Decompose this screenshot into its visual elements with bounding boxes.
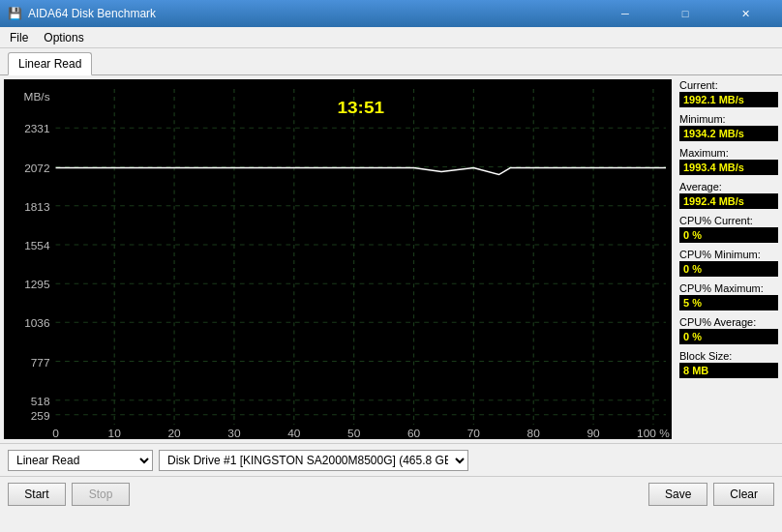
stat-block-size-value: 8 MB bbox=[679, 363, 778, 378]
stat-current: Current: 1992.1 MB/s bbox=[679, 79, 778, 107]
stat-minimum-label: Minimum: bbox=[679, 113, 778, 125]
action-buttons-bar: Start Stop Save Clear bbox=[0, 476, 782, 511]
svg-text:10: 10 bbox=[108, 429, 121, 439]
svg-text:60: 60 bbox=[407, 429, 420, 439]
minimize-button[interactable]: ─ bbox=[596, 4, 654, 23]
svg-text:MB/s: MB/s bbox=[24, 92, 51, 103]
svg-text:70: 70 bbox=[467, 429, 480, 439]
svg-rect-0 bbox=[4, 79, 672, 439]
stop-button[interactable]: Stop bbox=[72, 483, 130, 506]
stat-cpu-minimum-label: CPU% Minimum: bbox=[679, 249, 778, 260]
stat-cpu-minimum: CPU% Minimum: 0 % bbox=[679, 249, 778, 277]
stat-cpu-current-label: CPU% Current: bbox=[679, 215, 778, 226]
title-icon: 💾 bbox=[8, 7, 22, 20]
stat-cpu-current: CPU% Current: 0 % bbox=[679, 215, 778, 243]
stat-average-value: 1992.4 MB/s bbox=[679, 193, 778, 209]
stat-cpu-maximum-value: 5 % bbox=[679, 295, 778, 310]
svg-text:20: 20 bbox=[167, 429, 180, 439]
svg-text:90: 90 bbox=[586, 429, 599, 439]
btn-left-group: Start Stop bbox=[8, 483, 130, 506]
stat-cpu-average-label: CPU% Average: bbox=[679, 316, 778, 328]
stat-average: Average: 1992.4 MB/s bbox=[679, 181, 778, 209]
side-panel: Current: 1992.1 MB/s Minimum: 1934.2 MB/… bbox=[676, 75, 782, 443]
stat-current-value: 1992.1 MB/s bbox=[679, 92, 778, 107]
clear-button[interactable]: Clear bbox=[713, 483, 774, 506]
svg-text:2072: 2072 bbox=[24, 163, 49, 173]
stat-cpu-minimum-value: 0 % bbox=[679, 261, 778, 277]
svg-text:13:51: 13:51 bbox=[337, 100, 384, 117]
svg-text:1813: 1813 bbox=[24, 202, 49, 213]
save-button[interactable]: Save bbox=[648, 483, 707, 506]
stat-minimum-value: 1934.2 MB/s bbox=[679, 126, 778, 141]
stat-cpu-average-value: 0 % bbox=[679, 329, 778, 344]
title-bar: 💾 AIDA64 Disk Benchmark ─ □ ✕ bbox=[0, 0, 782, 27]
start-button[interactable]: Start bbox=[8, 483, 66, 506]
svg-text:259: 259 bbox=[31, 411, 50, 422]
stat-cpu-maximum: CPU% Maximum: 5 % bbox=[679, 282, 778, 310]
stat-cpu-current-value: 0 % bbox=[679, 227, 778, 243]
svg-text:40: 40 bbox=[287, 429, 300, 439]
stat-maximum-value: 1993.4 MB/s bbox=[679, 160, 778, 175]
stat-minimum: Minimum: 1934.2 MB/s bbox=[679, 113, 778, 141]
menu-file[interactable]: File bbox=[4, 29, 34, 46]
svg-text:80: 80 bbox=[527, 429, 540, 439]
svg-text:100 %: 100 % bbox=[637, 429, 670, 439]
close-button[interactable]: ✕ bbox=[716, 4, 774, 23]
stat-cpu-maximum-label: CPU% Maximum: bbox=[679, 282, 778, 294]
disk-select[interactable]: Disk Drive #1 [KINGSTON SA2000M8500G] (4… bbox=[159, 450, 468, 471]
bottom-controls-bar: Linear Read Random Read Buffered Read Av… bbox=[0, 443, 782, 476]
stat-maximum: Maximum: 1993.4 MB/s bbox=[679, 147, 778, 175]
test-select[interactable]: Linear Read Random Read Buffered Read Av… bbox=[8, 450, 153, 471]
stat-maximum-label: Maximum: bbox=[679, 147, 778, 159]
window-title: AIDA64 Disk Benchmark bbox=[28, 7, 156, 20]
svg-text:518: 518 bbox=[31, 397, 50, 407]
maximize-button[interactable]: □ bbox=[656, 4, 714, 23]
chart-svg: MB/s 2331 2072 1813 1554 1295 1036 777 5… bbox=[4, 79, 672, 439]
svg-text:2331: 2331 bbox=[24, 124, 49, 134]
tabs-bar: Linear Read bbox=[0, 48, 782, 75]
stat-cpu-average: CPU% Average: 0 % bbox=[679, 316, 778, 344]
menu-bar: File Options bbox=[0, 27, 782, 48]
menu-options[interactable]: Options bbox=[38, 29, 89, 46]
stat-current-label: Current: bbox=[679, 79, 778, 91]
stat-block-size: Block Size: 8 MB bbox=[679, 350, 778, 378]
svg-text:30: 30 bbox=[227, 429, 240, 439]
stat-block-size-label: Block Size: bbox=[679, 350, 778, 362]
main-area: MB/s 2331 2072 1813 1554 1295 1036 777 5… bbox=[0, 75, 782, 443]
svg-text:50: 50 bbox=[347, 429, 360, 439]
tab-linear-read[interactable]: Linear Read bbox=[8, 52, 92, 75]
svg-text:777: 777 bbox=[31, 357, 50, 368]
btn-right-group: Save Clear bbox=[648, 483, 774, 506]
svg-text:1036: 1036 bbox=[24, 318, 49, 329]
svg-text:1554: 1554 bbox=[24, 241, 49, 251]
svg-text:1295: 1295 bbox=[24, 280, 49, 290]
stat-average-label: Average: bbox=[679, 181, 778, 192]
chart-area: MB/s 2331 2072 1813 1554 1295 1036 777 5… bbox=[4, 79, 672, 439]
svg-text:0: 0 bbox=[52, 429, 59, 439]
